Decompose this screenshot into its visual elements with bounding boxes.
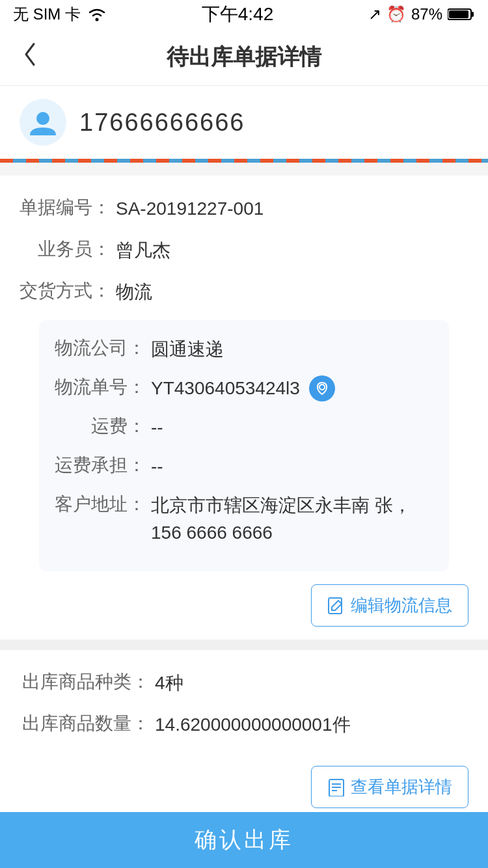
map-pin-icon <box>315 381 329 396</box>
battery-label: 87% <box>411 5 442 23</box>
svg-point-4 <box>36 112 49 125</box>
shipping-fee-label: 运费： <box>55 414 146 439</box>
user-avatar <box>20 99 66 146</box>
section-divider <box>0 640 488 650</box>
customer-address-label: 客户地址： <box>55 492 146 517</box>
shipping-fee-type-value: -- <box>146 453 433 480</box>
location-icon: ↗ <box>368 5 381 23</box>
view-detail-button[interactable]: 查看单据详情 <box>311 766 468 808</box>
logistics-tracking-row: 物流单号： YT43064053424l3 <box>55 375 433 402</box>
document-number-row: 单据编号： SA-20191227-001 <box>20 195 468 223</box>
shipping-fee-row: 运费： -- <box>55 414 433 441</box>
sales-person-row: 业务员： 曾凡杰 <box>20 237 468 264</box>
page-title: 待出库单据详情 <box>167 42 321 72</box>
logistics-company-value: 圆通速递 <box>146 336 433 363</box>
shipping-fee-type-label: 运费承担： <box>55 453 146 478</box>
tracking-number: YT43064053424l3 <box>151 375 300 402</box>
dashed-divider <box>0 159 488 163</box>
user-header: 17666666666 <box>0 86 488 159</box>
customer-address-row: 客户地址： 北京市市辖区海淀区永丰南 张，156 6666 6666 <box>55 492 433 547</box>
delivery-method-row: 交货方式： 物流 <box>20 278 468 306</box>
goods-quantity-value: 14.620000000000001件 <box>150 711 468 739</box>
shipping-fee-value: -- <box>146 414 433 441</box>
goods-type-row: 出库商品种类： 4种 <box>20 670 468 697</box>
sales-person-label: 业务员： <box>20 237 111 262</box>
nav-bar: 待出库单据详情 <box>0 29 488 86</box>
status-left: 无 SIM 卡 <box>13 4 107 25</box>
goods-quantity-row: 出库商品数量： 14.620000000000001件 <box>20 711 468 739</box>
goods-type-value: 4种 <box>150 670 468 697</box>
status-time: 下午4:42 <box>202 2 274 27</box>
customer-address-value: 北京市市辖区海淀区永丰南 张，156 6666 6666 <box>146 492 433 547</box>
document-number-value: SA-20191227-001 <box>111 195 468 223</box>
logistics-tracking-value: YT43064053424l3 <box>146 375 433 402</box>
goods-section: 出库商品种类： 4种 出库商品数量： 14.620000000000001件 <box>0 650 488 766</box>
avatar-icon <box>27 107 59 138</box>
document-icon <box>327 778 346 796</box>
battery-icon <box>448 7 475 21</box>
delivery-method-label: 交货方式： <box>20 278 111 303</box>
delivery-method-value: 物流 <box>111 278 468 306</box>
status-bar: 无 SIM 卡 下午4:42 ↗ ⏰ 87% <box>0 0 488 29</box>
alarm-icon: ⏰ <box>386 5 406 23</box>
carrier-label: 无 SIM 卡 <box>13 4 81 25</box>
wifi-icon <box>87 7 107 21</box>
svg-rect-3 <box>449 10 468 18</box>
sales-person-value: 曾凡杰 <box>111 237 468 264</box>
edit-btn-row: 编辑物流信息 <box>0 584 488 640</box>
edit-logistics-label: 编辑物流信息 <box>351 594 452 617</box>
goods-quantity-label: 出库商品数量： <box>20 711 150 736</box>
logistics-company-label: 物流公司： <box>55 336 146 360</box>
status-right: ↗ ⏰ 87% <box>368 5 475 23</box>
svg-rect-2 <box>471 12 474 17</box>
user-phone: 17666666666 <box>79 109 245 137</box>
edit-icon <box>327 597 346 615</box>
edit-logistics-button[interactable]: 编辑物流信息 <box>311 584 468 627</box>
goods-type-label: 出库商品种类： <box>20 670 150 694</box>
confirm-button[interactable]: 确认出库 <box>0 812 488 868</box>
svg-point-5 <box>319 385 325 390</box>
svg-point-0 <box>96 18 99 21</box>
confirm-button-label: 确认出库 <box>195 825 293 855</box>
shipping-fee-type-row: 运费承担： -- <box>55 453 433 480</box>
back-button[interactable] <box>16 34 44 79</box>
document-info-section: 单据编号： SA-20191227-001 业务员： 曾凡杰 交货方式： 物流 … <box>0 176 488 584</box>
tracking-location-button[interactable] <box>309 375 335 401</box>
view-detail-label: 查看单据详情 <box>351 776 452 798</box>
logistics-company-row: 物流公司： 圆通速递 <box>55 336 433 363</box>
document-number-label: 单据编号： <box>20 195 111 220</box>
logistics-card: 物流公司： 圆通速递 物流单号： YT43064053424l3 运费： <box>39 320 449 571</box>
logistics-tracking-label: 物流单号： <box>55 375 146 400</box>
